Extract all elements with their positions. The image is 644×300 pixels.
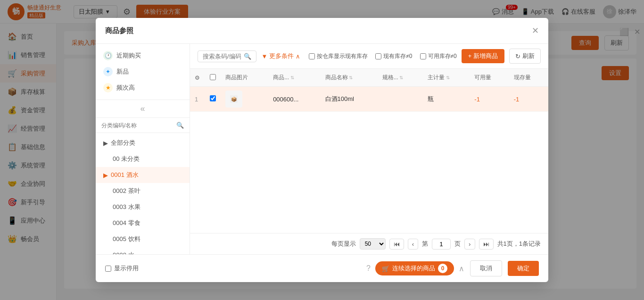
prev-page-button[interactable]: ‹: [408, 239, 418, 250]
cat-item-snack[interactable]: 0004 零食: [96, 215, 190, 231]
filter-icon: ▼: [261, 53, 267, 60]
page-prefix-label: 第: [422, 240, 428, 248]
chevron-up-icon: ∧: [296, 53, 300, 60]
cat-item-fruit[interactable]: 0003 水果: [96, 199, 190, 215]
shortcut-recent[interactable]: 🕐 近期购买: [96, 48, 190, 64]
modal-footer: 显示停用 ? 🛒 连续选择的商品 0 ∧ 取消 确定: [96, 254, 548, 282]
checkbox-stock-input[interactable]: [375, 53, 381, 59]
confirm-button[interactable]: 确定: [508, 261, 539, 276]
refresh-button[interactable]: ↻ 刷新: [509, 49, 541, 64]
cart-icon: 🛒: [382, 265, 389, 272]
cat-item-water[interactable]: 0008 水: [96, 247, 190, 254]
checkbox-available-input[interactable]: [420, 53, 426, 59]
th-checkbox: [205, 69, 221, 87]
add-product-button[interactable]: + 新增商品: [462, 49, 504, 63]
show-disabled-input[interactable]: [105, 266, 111, 272]
pagination: 每页显示 50 100 ⏮ ‹ 第 页 › ⏭ 共1页，1条记录: [190, 233, 548, 254]
th-name[interactable]: 商品名称: [321, 69, 378, 87]
total-info-label: 共1页，1条记录: [497, 240, 541, 248]
cart-button[interactable]: 🛒 连续选择的商品 0: [375, 261, 454, 275]
category-search-input[interactable]: [101, 122, 173, 129]
product-thumbnail: 📦: [225, 91, 242, 108]
search-icon[interactable]: 🔍: [176, 122, 184, 129]
recent-icon: 🕐: [103, 51, 113, 60]
checkbox-available-nonzero[interactable]: 可用库存≠0: [420, 52, 457, 60]
checkbox-stock-nonzero[interactable]: 现有库存≠0: [375, 52, 412, 60]
filter-button[interactable]: ▼ 更多条件 ∧: [261, 52, 300, 60]
modal-overlay: 商品参照 ✕ 🕐 近期购买 ✦ 新品 ★ 频次高: [0, 0, 644, 300]
product-reference-modal: 商品参照 ✕ 🕐 近期购买 ✦ 新品 ★ 频次高: [96, 18, 548, 282]
table-row[interactable]: 1 📦 000600... 白酒100ml 瓶: [190, 87, 548, 112]
cat-item-tea[interactable]: 0002 茶叶: [96, 183, 190, 199]
active-arrow-icon: ▶: [103, 172, 108, 179]
select-all-checkbox[interactable]: [210, 74, 216, 80]
show-disabled-checkbox[interactable]: 显示停用: [105, 264, 139, 273]
next-page-button[interactable]: ›: [464, 239, 475, 250]
cart-count: 0: [438, 264, 447, 273]
last-page-button[interactable]: ⏭: [479, 239, 494, 250]
th-code[interactable]: 商品...: [268, 69, 320, 87]
shortcut-freq[interactable]: ★ 频次高: [96, 80, 190, 96]
td-spec: [378, 87, 423, 112]
freq-icon: ★: [103, 83, 113, 92]
first-page-button[interactable]: ⏮: [389, 239, 404, 250]
cancel-button[interactable]: 取消: [470, 260, 502, 276]
td-image: 📦: [221, 87, 268, 112]
collapse-button[interactable]: «: [96, 100, 190, 118]
row-checkbox[interactable]: [210, 95, 216, 101]
th-spec[interactable]: 规格...: [378, 69, 423, 87]
cat-item-liquor[interactable]: ▶ 0001 酒水: [96, 167, 190, 183]
modal-title: 商品参照: [105, 26, 133, 35]
td-code: 000600...: [268, 87, 320, 112]
refresh-icon: ↻: [515, 53, 520, 60]
cat-item-all[interactable]: ▶ 全部分类: [96, 135, 190, 151]
td-stock: -1: [509, 87, 548, 112]
td-checkbox[interactable]: [205, 87, 221, 112]
page-suffix-label: 页: [454, 240, 461, 248]
checkbox-warehouse[interactable]: 按仓库显示现有库存: [309, 52, 368, 60]
checkbox-warehouse-input[interactable]: [309, 53, 315, 59]
help-icon[interactable]: ?: [366, 264, 371, 273]
modal-header: 商品参照 ✕: [96, 18, 548, 44]
th-image: 商品图片: [221, 69, 268, 87]
td-name: 白酒100ml: [321, 87, 378, 112]
page-size-select[interactable]: 50 100: [360, 238, 386, 250]
product-table: ⚙ 商品图片 商品... 商品名称 规格... 主计量 可用量 现存量: [190, 69, 548, 233]
cat-item-uncategorized[interactable]: 00 未分类: [96, 151, 190, 167]
filter-checkboxes: 按仓库显示现有库存 现有库存≠0 可用库存≠0: [309, 52, 457, 60]
new-icon: ✦: [103, 67, 113, 76]
modal-close-button[interactable]: ✕: [532, 25, 539, 36]
th-settings[interactable]: ⚙: [190, 69, 205, 87]
shortcut-new[interactable]: ✦ 新品: [96, 64, 190, 80]
product-toolbar: 🔍 ▼ 更多条件 ∧ 按仓库显示现有库存 现: [190, 44, 548, 69]
table-header-row: ⚙ 商品图片 商品... 商品名称 规格... 主计量 可用量 现存量: [190, 69, 548, 87]
shortcuts-section: 🕐 近期购买 ✦ 新品 ★ 频次高: [96, 44, 190, 100]
page-size-label: 每页显示: [331, 240, 356, 248]
arrow-icon: ▶: [103, 140, 108, 147]
category-panel: 🕐 近期购买 ✦ 新品 ★ 频次高 « 🔍: [96, 44, 190, 254]
category-search: 🔍: [96, 118, 190, 133]
th-unit[interactable]: 主计量: [423, 69, 470, 87]
modal-body: 🕐 近期购买 ✦ 新品 ★ 频次高 « 🔍: [96, 44, 548, 254]
th-stock: 现存量: [509, 69, 548, 87]
search-icon[interactable]: 🔍: [244, 53, 251, 60]
td-unit: 瓶: [423, 87, 470, 112]
cart-label: 连续选择的商品: [392, 264, 435, 273]
td-available: -1: [470, 87, 509, 112]
svg-text:📦: 📦: [231, 96, 237, 102]
product-panel: 🔍 ▼ 更多条件 ∧ 按仓库显示现有库存 现: [190, 44, 548, 254]
category-list: ▶ 全部分类 00 未分类 ▶ 0001 酒水 0002 茶叶: [96, 133, 190, 254]
page-number-input[interactable]: [432, 239, 451, 250]
collapse-icon[interactable]: ∧: [459, 264, 464, 273]
td-seq: 1: [190, 87, 205, 112]
th-available: 可用量: [470, 69, 509, 87]
cat-item-drink[interactable]: 0005 饮料: [96, 231, 190, 247]
product-search-input[interactable]: [203, 53, 241, 60]
product-search-box: 🔍: [198, 50, 256, 62]
footer-cart-area: ? 🛒 连续选择的商品 0 ∧: [366, 261, 464, 275]
